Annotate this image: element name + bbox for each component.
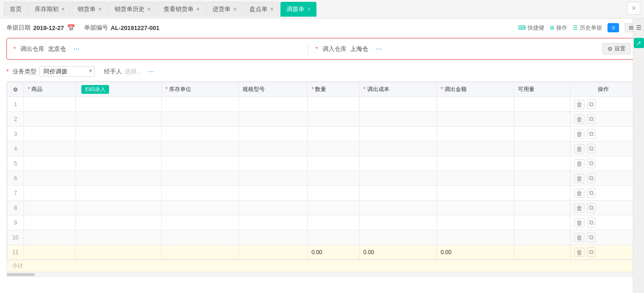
copy-icon[interactable]: ⧉: [587, 173, 595, 183]
delete-icon[interactable]: 🗑: [574, 189, 584, 198]
settings-label: 设置: [614, 45, 626, 53]
product-cell[interactable]: [24, 97, 76, 112]
tab-inventory-init-close[interactable]: ×: [61, 6, 65, 12]
copy-icon[interactable]: ⧉: [587, 114, 595, 124]
out-warehouse-more-btn[interactable]: ···: [73, 45, 79, 53]
product-cell[interactable]: [24, 201, 76, 215]
available-cell: [514, 112, 570, 127]
tab-sales-order-close[interactable]: ×: [98, 6, 102, 12]
copy-icon[interactable]: ⧉: [587, 218, 595, 227]
close-window-button[interactable]: ×: [627, 2, 640, 15]
available-cell: [514, 141, 570, 156]
subtotal-label-cell: [24, 245, 76, 260]
tab-view-sales-close[interactable]: ×: [196, 6, 200, 12]
horizontal-scrollbar[interactable]: [7, 272, 637, 276]
side-export-icon[interactable]: ↗: [634, 38, 644, 48]
header-row: 单据日期 2019-12-27 📅 单据编号 AL-20191227-001 ⌨…: [6, 23, 638, 32]
delete-icon[interactable]: 🗑: [574, 218, 584, 227]
product-cell[interactable]: [24, 186, 76, 201]
tab-sales-history[interactable]: 销货单历史 ×: [109, 2, 157, 17]
tab-purchase-close[interactable]: ×: [233, 6, 237, 12]
copy-icon[interactable]: ⧉: [587, 188, 595, 198]
tab-purchase[interactable]: 进货单 ×: [207, 2, 243, 17]
product-cell[interactable]: [24, 141, 76, 156]
delete-icon[interactable]: 🗑: [574, 248, 584, 257]
delete-icon[interactable]: 🗑: [574, 129, 584, 139]
copy-icon[interactable]: ⧉: [587, 232, 595, 242]
unit-cell: [161, 141, 238, 156]
table-row: 9🗑⧉: [7, 215, 637, 230]
scan-cell: [76, 141, 162, 156]
tab-stocktake[interactable]: 盘点单 ×: [243, 2, 279, 17]
doc-no-value: AL-20191227-001: [111, 24, 160, 31]
tab-home[interactable]: 首页: [4, 2, 28, 17]
tab-stocktake-close[interactable]: ×: [270, 6, 273, 12]
delete-icon[interactable]: 🗑: [574, 144, 584, 153]
list-view-btn[interactable]: ≡: [608, 23, 619, 32]
scan-button[interactable]: 扫码录入: [81, 85, 109, 94]
handler-input[interactable]: 选择...: [125, 67, 142, 76]
unit-cell: [161, 97, 238, 112]
col-available: 可用量: [514, 82, 570, 97]
delete-icon[interactable]: 🗑: [574, 100, 584, 109]
copy-icon[interactable]: ⧉: [587, 129, 595, 139]
product-cell[interactable]: [24, 171, 76, 186]
copy-icon[interactable]: ⧉: [587, 99, 595, 109]
copy-icon[interactable]: ⧉: [587, 203, 595, 213]
subtotal-empty2: [161, 245, 238, 260]
cost-cell: [359, 215, 437, 230]
scan-cell: [76, 127, 162, 141]
amount-cell: [437, 97, 514, 112]
spec-cell: [239, 127, 308, 141]
scan-cell: [76, 112, 162, 127]
delete-icon[interactable]: 🗑: [574, 115, 584, 124]
product-cell[interactable]: [24, 156, 76, 171]
operation-btn[interactable]: ⊞ 操作: [550, 24, 567, 32]
business-type-select[interactable]: 同价调拨: [39, 66, 95, 77]
tab-inventory-init[interactable]: 库存期初 ×: [29, 2, 71, 17]
in-warehouse-value[interactable]: 上海仓: [350, 45, 368, 53]
product-cell[interactable]: [24, 127, 76, 141]
delete-icon[interactable]: 🗑: [574, 159, 584, 168]
shortcut-btn[interactable]: ⌨ 快捷键: [518, 24, 544, 32]
business-type-select-wrap[interactable]: 同价调拨: [39, 66, 95, 77]
date-field: 单据日期 2019-12-27 📅: [6, 24, 75, 32]
subtotal-cost: 0.00: [359, 245, 437, 260]
qty-cell: [308, 201, 359, 215]
scrollbar-thumb[interactable]: [7, 273, 35, 276]
settings-button[interactable]: ⚙ 设置: [602, 43, 631, 55]
cost-cell: [359, 171, 437, 186]
product-cell[interactable]: [24, 215, 76, 230]
copy-icon[interactable]: ⧉: [587, 159, 595, 168]
delete-icon[interactable]: 🗑: [574, 233, 584, 242]
tab-view-sales[interactable]: 查看销货单 ×: [158, 2, 206, 17]
spec-cell: [239, 141, 308, 156]
copy-icon[interactable]: ⧉: [587, 144, 595, 153]
row-num: 9: [7, 215, 24, 230]
doc-no-label: 单据编号: [84, 24, 108, 32]
handler-more-btn[interactable]: ···: [148, 67, 154, 76]
out-warehouse-value[interactable]: 北京仓: [48, 45, 66, 53]
table-row: 8🗑⧉: [7, 201, 637, 215]
handler-field: 经手人 选择... ···: [104, 67, 154, 76]
row-num: 1: [7, 97, 24, 112]
qty-cell: [308, 186, 359, 201]
unit-cell: [161, 215, 238, 230]
tab-sales-order[interactable]: 销货单 ×: [72, 2, 108, 17]
history-btn[interactable]: ☰ 历史单据: [573, 24, 602, 32]
delete-icon[interactable]: 🗑: [574, 174, 584, 183]
side-list-icon[interactable]: ☰: [634, 22, 644, 32]
tab-transfer[interactable]: 调拨单 ×: [280, 2, 316, 17]
available-cell: [514, 201, 570, 215]
product-cell[interactable]: [24, 112, 76, 127]
in-warehouse-more-btn[interactable]: ···: [376, 45, 382, 53]
operation-label: 操作: [556, 24, 567, 32]
delete-icon[interactable]: 🗑: [574, 203, 584, 213]
subtotal-row-label: 小计: [11, 262, 24, 270]
calendar-icon[interactable]: 📅: [67, 24, 75, 31]
tab-transfer-close[interactable]: ×: [307, 6, 310, 12]
copy-icon[interactable]: ⧉: [587, 247, 595, 257]
col-gear[interactable]: ⚙: [7, 82, 24, 97]
tab-sales-history-close[interactable]: ×: [147, 6, 151, 12]
product-cell[interactable]: [24, 230, 76, 245]
